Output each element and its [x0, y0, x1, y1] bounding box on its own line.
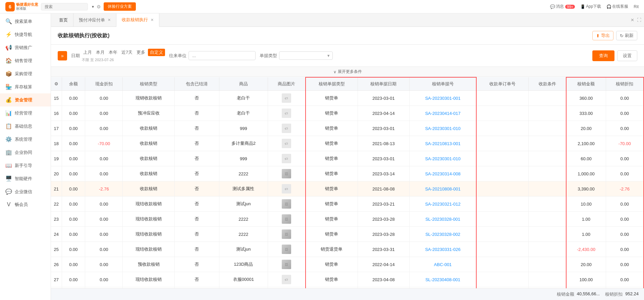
date-btn-this-month[interactable]: 本月: [95, 49, 106, 56]
verify-doc-no-link[interactable]: SA-20230414-017: [425, 111, 461, 116]
sidebar-item-operations[interactable]: 📊 经营管理: [0, 106, 51, 120]
vip-icon: V: [5, 202, 12, 208]
td-verify-type: 收款核销: [123, 181, 174, 197]
date-btn-last-month[interactable]: 上月: [82, 49, 93, 56]
td-verify-type: 预收款核销: [123, 257, 174, 272]
th-settings[interactable]: ⚙: [51, 77, 62, 91]
td-verify-doc-no: SA-20230301-010: [410, 151, 477, 166]
clipboard-icon: 📋: [5, 123, 12, 129]
td-product: 123D商品: [219, 257, 268, 272]
sidebar-item-purchase[interactable]: 📦 采购管理: [0, 67, 51, 80]
td-verify-amount: 1,000.00: [566, 166, 606, 181]
maximize-icon[interactable]: ⛶: [637, 17, 641, 23]
user-area[interactable]: Rit: [634, 4, 639, 9]
export-button[interactable]: ⬆ 导出: [592, 31, 613, 40]
th-verify-doc-no: 核销单据号: [410, 77, 477, 91]
close-window-icon[interactable]: ✕: [631, 17, 634, 23]
td-balance: 0.00: [62, 136, 85, 151]
td-verify-type: 收款核销: [123, 136, 174, 151]
verify-doc-no-link[interactable]: SA-20210813-001: [425, 141, 461, 146]
query-button[interactable]: 查询: [592, 50, 614, 61]
td-verify-doc-no: SA-20230331-026: [410, 242, 477, 257]
td-balance: 0.00: [62, 121, 85, 136]
td-product-img: 🖼: [268, 227, 306, 242]
td-verify-doc-type: 销货单: [306, 136, 358, 151]
sidebar-item-vip[interactable]: V 畅会员: [0, 198, 51, 211]
td-balance: 0.00: [62, 106, 85, 121]
verify-doc-no-link[interactable]: SA-20230301-001: [425, 96, 461, 101]
refresh-button[interactable]: ↻ 刷新: [616, 31, 637, 40]
td-verify-doc-type: 销货单: [306, 166, 358, 181]
td-verify-discount: 0.00: [606, 257, 644, 272]
td-verify-doc-type: 销货退货单: [306, 242, 358, 257]
settings-icon: ⚙️: [5, 136, 12, 142]
message-area[interactable]: 💬 消息 99+: [550, 4, 575, 9]
sidebar-label-smart-hw: 智能硬件: [15, 176, 32, 182]
verify-doc-no-link[interactable]: SL-20230328-002: [425, 232, 460, 237]
td-cash-discount: 0.00: [85, 227, 123, 242]
sidebar-item-guide[interactable]: 📖 新手引导: [0, 159, 51, 172]
chevron-down-icon: ▾: [327, 53, 330, 58]
sidebar-label-marketing: 营销推广: [15, 45, 32, 51]
gear-icon[interactable]: ⚙: [97, 4, 101, 9]
sidebar-item-sales[interactable]: 🏠 销售管理: [0, 54, 51, 67]
sidebar-item-inventory[interactable]: 🏪 库存核算: [0, 80, 51, 93]
date-btn-custom[interactable]: 自定义: [148, 49, 165, 56]
date-btn-this-year[interactable]: 本年: [107, 49, 119, 56]
industry-solution-dropdown[interactable]: ▾: [91, 4, 94, 9]
tab-home[interactable]: 首页: [54, 13, 73, 27]
app-download-icon: 📱: [580, 4, 585, 9]
verify-doc-no-link[interactable]: SA-20230301-010: [425, 156, 461, 161]
settings-button[interactable]: 设置: [617, 50, 637, 61]
verify-doc-no-link[interactable]: SA-20230301-010: [425, 126, 461, 131]
table-container[interactable]: ⚙ 余额 现金折扣 核销类型 包含已结清 商品 商品图片 核销单据类型 核销单据…: [51, 77, 644, 288]
message-icon: 💬: [550, 4, 555, 9]
td-verify-doc-no: SL-20230408-001: [410, 272, 477, 287]
product-thumbnail: 🖼: [282, 229, 291, 239]
sidebar-item-smart-hw[interactable]: 🖥️ 智能硬件: [0, 172, 51, 185]
search-icon: 🔍: [5, 18, 12, 25]
sidebar-item-system[interactable]: ⚙️ 系统管理: [0, 133, 51, 146]
sidebar-item-search-menu[interactable]: 🔍 搜索菜单: [0, 15, 51, 28]
partner-input[interactable]: [189, 51, 256, 60]
sidebar-item-basic-info[interactable]: 📋 基础信息: [0, 120, 51, 133]
date-btn-more[interactable]: 更多: [135, 49, 147, 56]
verify-doc-no-link[interactable]: SA-20230331-026: [425, 247, 461, 252]
industry-solution-button[interactable]: 休验行业方案: [104, 2, 136, 11]
verify-doc-no-link[interactable]: SA-20230321-012: [425, 202, 461, 207]
verify-doc-no-link[interactable]: SL-20230328-001: [425, 217, 460, 222]
verify-doc-no-link[interactable]: SA-20230314-008: [425, 171, 461, 176]
expand-more-conditions[interactable]: ∨ 展开更多条件: [51, 67, 644, 77]
td-include-settled: 否: [174, 151, 219, 166]
sidebar-item-wechat[interactable]: 💬 企业微信: [0, 185, 51, 198]
sidebar-item-finance[interactable]: 💰 资金管理: [0, 93, 51, 106]
product-thumbnail: 🏷: [282, 93, 291, 103]
td-row-no: 26: [51, 257, 62, 272]
global-search-input[interactable]: [41, 3, 88, 10]
sidebar-item-enterprise[interactable]: 🏢 企业协同: [0, 146, 51, 159]
td-receipt-condition: [529, 91, 567, 106]
verify-doc-no-link[interactable]: SA-20210808-001: [425, 186, 461, 191]
td-verify-discount: 0.00: [606, 197, 644, 212]
filter-expand-button[interactable]: »: [58, 51, 67, 60]
td-receipt-order-no: [476, 106, 528, 121]
collection-tab-close-icon[interactable]: ✕: [151, 18, 154, 22]
online-service-area[interactable]: 🎧 在线客服: [606, 4, 628, 9]
tab-collection[interactable]: 收款核销执行 ✕: [116, 13, 159, 27]
date-btn-7days[interactable]: 近7天: [120, 49, 134, 56]
data-table: ⚙ 余额 现金折扣 核销类型 包含已结清 商品 商品图片 核销单据类型 核销单据…: [51, 77, 644, 288]
sidebar-item-quick-nav[interactable]: ⚡ 快捷导航: [0, 28, 51, 41]
verify-doc-no-link[interactable]: SL-20230408-001: [425, 277, 460, 282]
app-download-area[interactable]: 📱 App下载: [580, 4, 601, 9]
sidebar-item-marketing[interactable]: 📢 营销推广: [0, 41, 51, 54]
prepay-tab-close-icon[interactable]: ✕: [108, 18, 111, 22]
doc-type-select-wrapper[interactable]: ▾: [279, 51, 333, 60]
product-thumbnail: 🏷: [282, 184, 291, 194]
td-verify-date: 2023-04-14: [358, 106, 409, 121]
date-options-row: 上月 本月 本年 近7天 更多 自定义: [82, 49, 165, 56]
td-row-no: 24: [51, 227, 62, 242]
tab-prepay[interactable]: 预付冲应付单 ✕: [73, 13, 116, 27]
doc-type-filter-label: 单据类型: [260, 53, 277, 59]
verify-doc-no-link[interactable]: ABC-001: [434, 262, 452, 267]
td-receipt-condition: [529, 197, 567, 212]
